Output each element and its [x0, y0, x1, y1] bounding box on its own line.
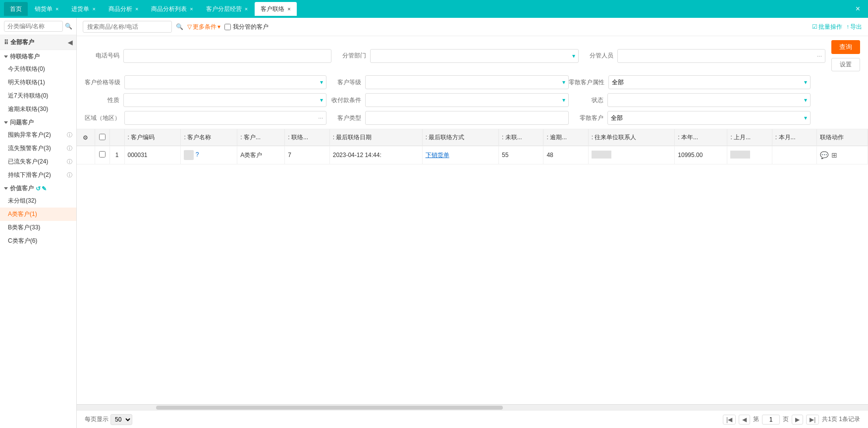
- sidebar-item-hoarding-anomaly[interactable]: 囤购异常客户(2) ⓘ: [0, 128, 76, 142]
- table-header-row: ⚙ : 客户编码 : 客户名称 : 客户... : 联络... : 最后联络日期…: [77, 129, 868, 146]
- content-area: 🔍 ▽ 更多条件 ▾ 我分管的客户 ☑ 批量操作 ↑ 导出: [77, 18, 868, 428]
- pending-contact-group[interactable]: 待联络客户: [0, 50, 76, 62]
- th-settings[interactable]: ⚙: [77, 129, 95, 146]
- more-conditions-btn[interactable]: ▽ 更多条件 ▾: [187, 23, 220, 31]
- td-row-code: 000031: [124, 146, 181, 164]
- close-window-btn[interactable]: ×: [852, 4, 864, 13]
- prev-page-btn[interactable]: ◀: [739, 415, 750, 425]
- close-analysis-list-tab[interactable]: ×: [190, 6, 193, 12]
- tab-analysis-list[interactable]: 商品分析列表 ×: [145, 2, 199, 16]
- th-type[interactable]: : 客户...: [237, 129, 285, 146]
- settings-btn[interactable]: 设置: [831, 58, 860, 71]
- sidebar-search-icon[interactable]: 🔍: [65, 23, 72, 30]
- price-grade-select[interactable]: ▾: [124, 75, 326, 89]
- batch-op-btn[interactable]: ☑ 批量操作: [812, 23, 842, 31]
- nature-select[interactable]: ▾: [123, 93, 326, 107]
- filter-search-btn[interactable]: 🔍: [176, 23, 183, 30]
- last-contact-method-link[interactable]: 下销货单: [426, 152, 449, 159]
- close-sales-tab[interactable]: ×: [55, 6, 58, 12]
- sidebar-item-today-contact[interactable]: 今天待联络(0): [0, 62, 76, 76]
- sidebar-item-tomorrow-contact[interactable]: 明天待联络(1): [0, 76, 76, 89]
- last-page-btn[interactable]: ▶|: [806, 415, 819, 425]
- close-customer-tier-tab[interactable]: ×: [245, 6, 248, 12]
- status-select[interactable]: ▾: [607, 93, 811, 107]
- query-btn[interactable]: 查询: [831, 40, 860, 54]
- sidebar-item-c-class[interactable]: C类客户(6): [0, 234, 76, 248]
- th-code[interactable]: : 客户编码: [124, 129, 181, 146]
- customer-grade-select[interactable]: ▾: [365, 75, 568, 89]
- close-analysis-tab[interactable]: ×: [135, 6, 138, 12]
- row-checkbox[interactable]: [99, 151, 106, 158]
- grid-action-icon[interactable]: ⊞: [831, 151, 837, 159]
- page-input[interactable]: [762, 415, 780, 425]
- close-customer-contact-tab[interactable]: ×: [287, 6, 290, 12]
- sidebar-item-7days-contact[interactable]: 近7天待联络(0): [0, 89, 76, 103]
- th-this-month[interactable]: : 本月...: [772, 129, 816, 146]
- sidebar-search-input[interactable]: [4, 21, 63, 32]
- sidebar: 🔍 ⠿ 全部客户 ◀ 待联络客户 今天待联络(0) 明天待联络(1) 近7天待联…: [0, 18, 77, 428]
- my-customers-checkbox[interactable]: [224, 24, 231, 30]
- retail-attr-select[interactable]: 全部 ▾: [608, 75, 811, 89]
- th-unit-contact[interactable]: : 往来单位联系人: [588, 129, 675, 146]
- page-size-select[interactable]: 50: [110, 414, 132, 425]
- all-customers-header[interactable]: ⠿ 全部客户 ◀: [0, 35, 76, 50]
- th-no-contact[interactable]: : 未联...: [499, 129, 543, 146]
- th-checkbox[interactable]: [95, 129, 109, 146]
- select-all-checkbox[interactable]: [99, 134, 106, 140]
- info-icon-declining: ⓘ: [67, 171, 72, 179]
- sidebar-item-churned[interactable]: 已流失客户(24) ⓘ: [0, 155, 76, 168]
- sidebar-item-declining[interactable]: 持续下滑客户(2) ⓘ: [0, 168, 76, 182]
- tab-customer-contact[interactable]: 客户联络 ×: [255, 2, 296, 16]
- nature-label: 性质: [85, 96, 119, 105]
- th-name[interactable]: : 客户名称: [181, 129, 237, 146]
- tab-home[interactable]: 首页: [4, 2, 28, 16]
- tab-analysis[interactable]: 商品分析 ×: [103, 2, 144, 16]
- sidebar-item-a-class[interactable]: A类客户(1): [0, 208, 76, 221]
- sidebar-item-churn-warning[interactable]: 流失预警客户(3) ⓘ: [0, 142, 76, 155]
- horizontal-scrollbar[interactable]: [77, 404, 868, 410]
- value-customers-group[interactable]: 价值客户 ↺ ✎: [0, 182, 76, 194]
- sidebar-item-unclassified[interactable]: 未分组(32): [0, 194, 76, 208]
- filter-search-input[interactable]: [83, 21, 172, 33]
- pagination-right: |◀ ◀ 第 页 ▶ ▶| 共1页 1条记录: [723, 415, 860, 425]
- th-overdue[interactable]: : 逾期...: [543, 129, 588, 146]
- first-page-btn[interactable]: |◀: [723, 415, 736, 425]
- filter-cell-dept: 分管部门 ▾: [331, 49, 578, 63]
- payment-select[interactable]: ▾: [365, 93, 568, 107]
- problem-customers-group[interactable]: 问题客户: [0, 116, 76, 128]
- scrollbar-thumb[interactable]: [156, 406, 503, 410]
- td-row-last-contact-method[interactable]: 下销货单: [422, 146, 498, 164]
- region-select[interactable]: ···: [124, 111, 326, 125]
- td-row-overdue: 48: [543, 146, 588, 164]
- tab-purchase[interactable]: 进货单 ×: [65, 2, 101, 16]
- td-row-name[interactable]: ?: [181, 146, 237, 164]
- cust-type-input[interactable]: [365, 111, 568, 125]
- th-last-contact-date[interactable]: : 最后联络日期: [329, 129, 422, 146]
- tab-sales[interactable]: 销货单 ×: [29, 2, 64, 16]
- export-btn[interactable]: ↑ 导出: [846, 23, 862, 31]
- chat-action-icon[interactable]: 💬: [820, 151, 828, 159]
- sidebar-item-b-class[interactable]: B类客户(33): [0, 221, 76, 234]
- person-select[interactable]: ···: [617, 49, 825, 63]
- td-row-num: 1: [109, 146, 124, 164]
- collapse-sidebar-icon[interactable]: ◀: [68, 39, 72, 46]
- top-nav: 首页 销货单 × 进货单 × 商品分析 × 商品分析列表 × 客户分层经营 × …: [0, 0, 868, 18]
- filter-cell-retail-attr: 零散客户属性 全部 ▾: [569, 75, 811, 89]
- advanced-filter: 电话号码 分管部门 ▾ 分管人员: [77, 36, 868, 129]
- my-customers-checkbox-label[interactable]: 我分管的客户: [224, 23, 269, 31]
- phone-input[interactable]: [123, 49, 331, 63]
- last-month-placeholder: [730, 151, 750, 159]
- sidebar-item-overdue-contact[interactable]: 逾期未联络(30): [0, 103, 76, 116]
- th-last-month[interactable]: : 上月...: [727, 129, 772, 146]
- dept-select[interactable]: ▾: [370, 49, 578, 63]
- next-page-btn[interactable]: ▶: [792, 415, 803, 425]
- td-row-checkbox[interactable]: [95, 146, 109, 164]
- th-this-year[interactable]: : 本年...: [675, 129, 727, 146]
- person-select-dots: ···: [817, 53, 822, 59]
- tab-customer-tier[interactable]: 客户分层经营 ×: [200, 2, 254, 16]
- close-purchase-tab[interactable]: ×: [92, 6, 95, 12]
- th-last-contact-method[interactable]: : 最后联络方式: [422, 129, 498, 146]
- td-row-settings: [77, 146, 95, 164]
- retail-cust-select[interactable]: 全部 ▾: [607, 111, 811, 125]
- th-contact[interactable]: : 联络...: [285, 129, 329, 146]
